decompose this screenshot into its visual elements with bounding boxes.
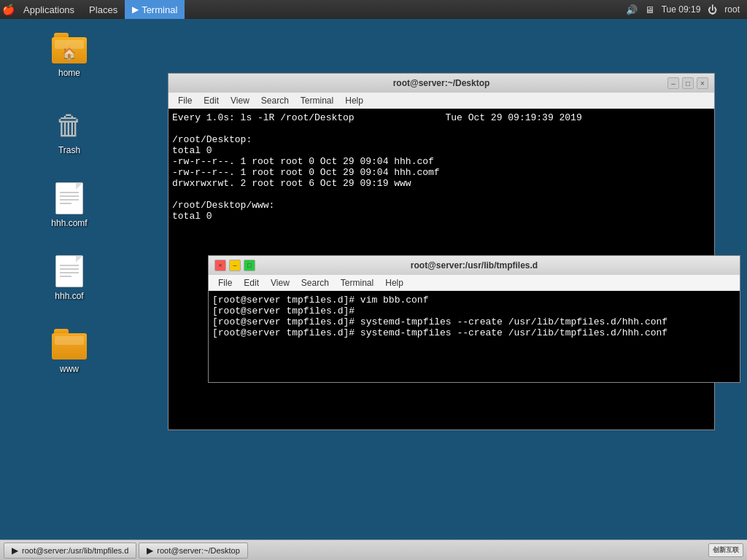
topbar-right: 🔊 🖥 Tue 09:19 ⏻ root (626, 4, 747, 15)
terminal1-maximize-btn[interactable]: □ (682, 77, 694, 89)
terminal2-close-btn[interactable]: × (214, 260, 226, 271)
terminal2-title: root@server:/usr/lib/tmpfiles.d (411, 260, 538, 271)
terminal1-menu-help[interactable]: Help (339, 96, 369, 106)
apple-icon[interactable]: 🍎 (0, 0, 16, 19)
terminal1-menu-view[interactable]: View (225, 96, 255, 106)
terminal1-menubar: File Edit View Search Terminal Help (169, 93, 714, 109)
display-icon[interactable]: 🖥 (645, 4, 654, 15)
terminal-window-2: × – □ root@server:/usr/lib/tmpfiles.d Fi… (208, 255, 740, 383)
applications-menu[interactable]: Applications (16, 0, 82, 19)
hhh-cof-icon (52, 254, 87, 289)
terminal2-menu-search[interactable]: Search (295, 278, 335, 288)
hhh-comf-icon (52, 181, 87, 216)
terminal1-menu-file[interactable]: File (172, 96, 198, 106)
terminal1-titlebar[interactable]: root@server:~/Desktop – □ × (169, 74, 714, 93)
terminal1-menu-search[interactable]: Search (255, 96, 295, 106)
home-folder-icon: 🏠 (52, 31, 87, 66)
datetime: Tue 09:19 (662, 4, 701, 15)
terminal2-menu-file[interactable]: File (212, 278, 238, 288)
desktop-icon-www[interactable]: www (40, 327, 98, 374)
www-folder-icon (52, 327, 87, 362)
terminal1-menu-edit[interactable]: Edit (198, 96, 225, 106)
desktop-icon-trash[interactable]: 🗑 Trash (40, 108, 98, 155)
username: root (724, 4, 740, 15)
trash-icon-label: Trash (58, 145, 80, 155)
volume-icon[interactable]: 🔊 (626, 4, 638, 15)
terminal2-titlebar[interactable]: × – □ root@server:/usr/lib/tmpfiles.d (209, 256, 740, 275)
terminal2-window-buttons: × – □ (214, 260, 255, 271)
terminal2-menu-help[interactable]: Help (379, 278, 409, 288)
terminal2-minimize-btn[interactable]: – (229, 260, 241, 271)
hhh-comf-label: hhh.comf (51, 218, 87, 228)
taskbar-item-desktop[interactable]: ▶ root@server:~/Desktop (139, 542, 248, 559)
www-icon-label: www (60, 364, 79, 374)
terminal2-menu-terminal[interactable]: Terminal (335, 278, 379, 288)
taskbar-item-tmpfiles-label: root@server:/usr/lib/tmpfiles.d (22, 546, 128, 555)
terminal-menu[interactable]: ▶ Terminal (125, 0, 185, 19)
terminal2-menubar: File Edit View Search Terminal Help (209, 275, 740, 291)
power-icon[interactable]: ⏻ (708, 4, 717, 15)
terminal1-close-btn[interactable]: × (697, 77, 708, 89)
places-menu[interactable]: Places (82, 0, 125, 19)
terminal2-menu-edit[interactable]: Edit (238, 278, 265, 288)
desktop-icon-hhh-cof[interactable]: hhh.cof (40, 254, 98, 301)
terminal2-content[interactable]: [root@server tmpfiles.d]# vim bbb.conf [… (209, 291, 740, 382)
taskbar-item-desktop-label: root@server:~/Desktop (157, 546, 240, 555)
taskbar-item-desktop-icon: ▶ (147, 545, 153, 556)
trash-icon: 🗑 (52, 108, 87, 143)
logo-text: 创新互联 (708, 543, 743, 557)
hhh-cof-label: hhh.cof (55, 291, 83, 301)
desktop-icon-hhh-comf[interactable]: hhh.comf (40, 181, 98, 228)
terminal1-window-buttons: – □ × (667, 77, 708, 89)
home-icon-label: home (58, 68, 80, 78)
taskbar-item-tmpfiles-icon: ▶ (12, 545, 18, 556)
taskbar-logo: 创新互联 (707, 542, 743, 559)
taskbar: ▶ root@server:/usr/lib/tmpfiles.d ▶ root… (0, 540, 747, 560)
terminal2-menu-view[interactable]: View (265, 278, 295, 288)
terminal1-menu-terminal[interactable]: Terminal (295, 96, 339, 106)
terminal2-maximize-btn[interactable]: □ (244, 260, 255, 271)
terminal1-title: root@server:~/Desktop (393, 78, 490, 88)
top-menubar: 🍎 Applications Places ▶ Terminal 🔊 🖥 Tue… (0, 0, 747, 19)
desktop-icon-home[interactable]: 🏠 home (40, 31, 98, 78)
taskbar-item-tmpfiles[interactable]: ▶ root@server:/usr/lib/tmpfiles.d (4, 542, 136, 559)
terminal1-minimize-btn[interactable]: – (667, 77, 679, 89)
taskbar-right-area: 创新互联 (707, 542, 743, 559)
